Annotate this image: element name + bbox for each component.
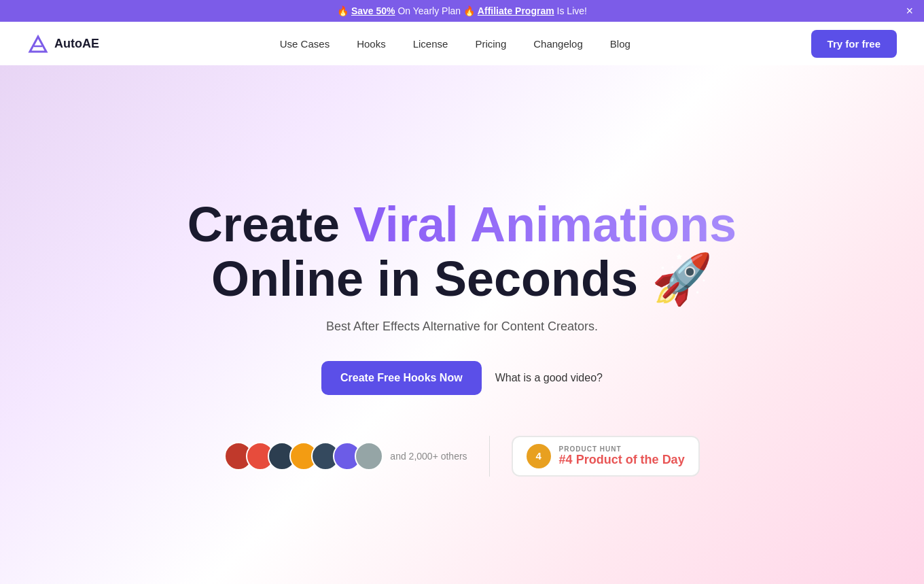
ph-label: PRODUCT HUNT <box>559 445 685 453</box>
ph-medal: 4 <box>527 444 551 468</box>
announcement-banner: 🔥 Save 50% On Yearly Plan 🔥 Affiliate Pr… <box>0 0 924 22</box>
banner-close-button[interactable]: × <box>906 4 913 18</box>
nav-blog[interactable]: Blog <box>610 38 630 50</box>
save-link[interactable]: Save 50% <box>351 5 395 16</box>
logo-text: AutoAE <box>54 37 99 51</box>
try-for-free-button[interactable]: Try for free <box>811 30 897 58</box>
main-nav: AutoAE Use Cases Hooks License Pricing C… <box>0 22 924 65</box>
headline-end: Online in Seconds 🚀 <box>211 252 713 306</box>
nav-pricing[interactable]: Pricing <box>475 38 506 50</box>
avatar-7 <box>355 442 383 470</box>
hero-subheadline: Best After Effects Alternative for Conte… <box>326 320 598 334</box>
create-hooks-button[interactable]: Create Free Hooks Now <box>321 361 482 395</box>
fire-emoji-2: 🔥 <box>463 5 475 16</box>
avatar-list <box>224 442 383 470</box>
fire-emoji-1: 🔥 <box>337 5 349 16</box>
logo[interactable]: AutoAE <box>27 33 99 54</box>
logo-icon <box>27 33 49 54</box>
nav-changelog[interactable]: Changelog <box>533 38 583 50</box>
hero-headline: Create Viral Animations Online in Second… <box>188 198 736 305</box>
banner-end: Is Live! <box>557 5 587 16</box>
social-proof: and 2,000+ others 4 PRODUCT HUNT #4 Prod… <box>224 436 699 477</box>
product-hunt-badge[interactable]: 4 PRODUCT HUNT #4 Product of the Day <box>512 436 700 477</box>
avatars-group: and 2,000+ others <box>224 442 467 470</box>
nav-links: Use Cases Hooks License Pricing Changelo… <box>280 38 630 50</box>
nav-license[interactable]: License <box>413 38 448 50</box>
headline-gradient: Viral Animations <box>353 197 736 252</box>
headline-start: Create <box>188 197 353 252</box>
banner-middle: On Yearly Plan <box>397 5 463 16</box>
ph-text: PRODUCT HUNT #4 Product of the Day <box>559 445 685 467</box>
what-is-good-video-button[interactable]: What is a good video? <box>495 372 603 384</box>
banner-text: 🔥 Save 50% On Yearly Plan 🔥 Affiliate Pr… <box>337 5 587 16</box>
nav-use-cases[interactable]: Use Cases <box>280 38 330 50</box>
hero-section: Create Viral Animations Online in Second… <box>0 65 924 584</box>
divider <box>489 436 490 477</box>
ph-rank: #4 Product of the Day <box>559 453 685 467</box>
nav-hooks[interactable]: Hooks <box>357 38 386 50</box>
hero-buttons: Create Free Hooks Now What is a good vid… <box>321 361 603 395</box>
others-count: and 2,000+ others <box>390 451 467 462</box>
affiliate-link[interactable]: Affiliate Program <box>478 5 554 16</box>
